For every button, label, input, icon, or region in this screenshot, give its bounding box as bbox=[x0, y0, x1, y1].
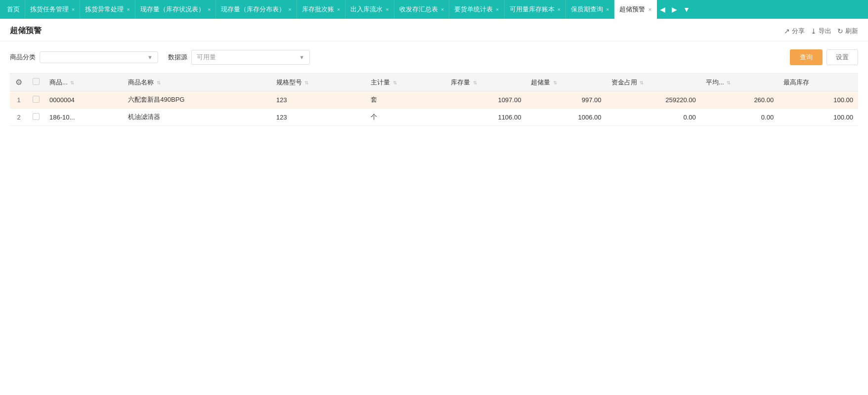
category-label: 商品分类 bbox=[10, 53, 36, 62]
datasource-value: 可用量 bbox=[197, 53, 216, 62]
category-filter-group: 商品分类 ▼ bbox=[10, 51, 158, 63]
row-1-index: 1 bbox=[10, 91, 28, 109]
row-2-product-name: 机油滤清器 bbox=[123, 109, 271, 126]
col-header-capital: 资金占用 ⇅ bbox=[607, 74, 701, 91]
page-title: 超储预警 bbox=[10, 26, 42, 36]
nav-close-task-mgmt[interactable]: × bbox=[72, 6, 75, 12]
nav-item-task-mgmt[interactable]: 拣货任务管理 × bbox=[25, 0, 80, 19]
nav-item-expiry[interactable]: 保质期查询 × bbox=[566, 0, 614, 19]
filter-right-buttons: 查询 设置 bbox=[790, 49, 858, 65]
col-header-overstock: 超储量 ⇅ bbox=[526, 74, 606, 91]
export-icon: ⤓ bbox=[811, 27, 817, 35]
col-label-avg: 平均... bbox=[706, 79, 724, 86]
col-label-max-inventory: 最高库存 bbox=[783, 79, 809, 86]
nav-close-inventory-dist[interactable]: × bbox=[288, 6, 291, 12]
nav-close-receive-send[interactable]: × bbox=[441, 6, 444, 12]
row-1-capital: 259220.00 bbox=[607, 91, 701, 109]
nav-item-order-stats[interactable]: 要货单统计表 × bbox=[449, 0, 504, 19]
col-header-product-name: 商品名称 ⇅ bbox=[123, 74, 271, 91]
nav-more-btn[interactable]: ▼ bbox=[681, 0, 693, 19]
sort-icon-product-code[interactable]: ⇅ bbox=[70, 80, 74, 85]
datasource-arrow-icon: ▼ bbox=[299, 54, 304, 60]
row-1-spec: 123 bbox=[271, 91, 366, 109]
col-header-max-inventory: 最高库存 bbox=[779, 74, 858, 91]
refresh-button[interactable]: ↻ 刷新 bbox=[837, 27, 858, 36]
sort-icon-capital[interactable]: ⇅ bbox=[640, 80, 644, 85]
row-1-checkbox-cell bbox=[28, 91, 44, 109]
main-content: 超储预警 ↗ 分享 ⤓ 导出 ↻ 刷新 商品分类 ▼ 数据源 bbox=[0, 19, 868, 395]
nav-item-inventory-dist[interactable]: 现存量（库存分布表） × bbox=[216, 0, 297, 19]
datasource-label: 数据源 bbox=[168, 53, 187, 62]
datasource-select[interactable]: 可用量 ▼ bbox=[191, 50, 310, 65]
top-nav: 首页 拣货任务管理 × 拣货异常处理 × 现存量（库存状况表） × 现存量（库存… bbox=[0, 0, 868, 19]
nav-close-inventory-batch[interactable]: × bbox=[337, 6, 340, 12]
sort-icon-overstock[interactable]: ⇅ bbox=[553, 80, 557, 85]
nav-close-inout-flow[interactable]: × bbox=[386, 6, 389, 12]
settings-button[interactable]: 设置 bbox=[826, 49, 858, 65]
nav-label-abnormal: 拣货异常处理 bbox=[85, 5, 124, 14]
row-2-product-code: 186-10... bbox=[44, 109, 123, 126]
nav-item-overstock[interactable]: 超储预警 × bbox=[614, 0, 656, 19]
nav-item-home[interactable]: 首页 bbox=[2, 0, 25, 19]
share-label: 分享 bbox=[792, 27, 805, 36]
share-icon: ↗ bbox=[784, 27, 790, 35]
nav-label-inventory-batch: 库存批次账 bbox=[302, 5, 334, 14]
row-1-checkbox[interactable] bbox=[33, 96, 40, 103]
nav-label-task-mgmt: 拣货任务管理 bbox=[30, 5, 69, 14]
export-button[interactable]: ⤓ 导出 bbox=[811, 27, 831, 36]
overstock-table: ⚙ 商品... ⇅ 商品名称 ⇅ 规格型号 ⇅ bbox=[10, 73, 858, 126]
nav-close-abnormal[interactable]: × bbox=[127, 6, 130, 12]
category-select[interactable]: ▼ bbox=[40, 51, 158, 63]
nav-close-order-stats[interactable]: × bbox=[496, 6, 499, 12]
row-2-spec: 123 bbox=[271, 109, 366, 126]
col-label-overstock: 超储量 bbox=[531, 79, 550, 86]
nav-next-btn[interactable]: ▶ bbox=[669, 0, 681, 19]
query-button[interactable]: 查询 bbox=[790, 49, 823, 65]
select-all-checkbox[interactable] bbox=[33, 78, 40, 85]
nav-item-inventory-status[interactable]: 现存量（库存状况表） × bbox=[135, 0, 216, 19]
nav-label-inventory-dist: 现存量（库存分布表） bbox=[221, 5, 285, 14]
datasource-filter-group: 数据源 可用量 ▼ bbox=[168, 50, 310, 65]
nav-close-available-inv[interactable]: × bbox=[558, 6, 561, 12]
col-header-inventory: 库存量 ⇅ bbox=[446, 74, 526, 91]
row-1-product-code: 0000004 bbox=[44, 91, 123, 109]
table-header-row: ⚙ 商品... ⇅ 商品名称 ⇅ 规格型号 ⇅ bbox=[10, 74, 858, 91]
sort-icon-inventory[interactable]: ⇅ bbox=[473, 80, 477, 85]
col-label-capital: 资金占用 bbox=[611, 79, 637, 86]
row-2-unit: 个 bbox=[366, 109, 446, 126]
row-1-overstock: 997.00 bbox=[526, 91, 606, 109]
row-1-avg: 260.00 bbox=[701, 91, 779, 109]
sort-icon-unit[interactable]: ⇅ bbox=[393, 80, 397, 85]
nav-label-inout-flow: 出入库流水 bbox=[350, 5, 383, 14]
nav-item-abnormal[interactable]: 拣货异常处理 × bbox=[80, 0, 135, 19]
nav-close-overstock[interactable]: × bbox=[648, 6, 651, 12]
nav-item-receive-send[interactable]: 收发存汇总表 × bbox=[394, 0, 449, 19]
column-settings-icon[interactable]: ⚙ bbox=[15, 78, 22, 86]
row-1-inventory: 1097.00 bbox=[446, 91, 526, 109]
row-2-max-inventory: 100.00 bbox=[779, 109, 858, 126]
nav-close-expiry[interactable]: × bbox=[606, 6, 609, 12]
nav-prev-btn[interactable]: ◀ bbox=[657, 0, 669, 19]
refresh-label: 刷新 bbox=[845, 27, 858, 36]
nav-label-overstock: 超储预警 bbox=[619, 5, 645, 14]
nav-item-inout-flow[interactable]: 出入库流水 × bbox=[346, 0, 394, 19]
sort-icon-spec[interactable]: ⇅ bbox=[304, 80, 308, 85]
nav-item-available-inv[interactable]: 可用量库存账本 × bbox=[505, 0, 566, 19]
header-actions: ↗ 分享 ⤓ 导出 ↻ 刷新 bbox=[784, 27, 858, 36]
sort-icon-avg[interactable]: ⇅ bbox=[727, 80, 731, 85]
row-2-index: 2 bbox=[10, 109, 28, 126]
nav-item-inventory-batch[interactable]: 库存批次账 × bbox=[297, 0, 346, 19]
nav-label-inventory-status: 现存量（库存状况表） bbox=[140, 5, 205, 14]
refresh-icon: ↻ bbox=[837, 27, 843, 35]
nav-item-home-label: 首页 bbox=[7, 5, 20, 14]
sort-icon-product-name[interactable]: ⇅ bbox=[157, 80, 161, 85]
col-label-product-code: 商品... bbox=[49, 79, 68, 86]
col-label-spec: 规格型号 bbox=[276, 79, 302, 86]
nav-label-receive-send: 收发存汇总表 bbox=[399, 5, 438, 14]
nav-close-inventory-status[interactable]: × bbox=[208, 6, 211, 12]
page-header: 超储预警 ↗ 分享 ⤓ 导出 ↻ 刷新 bbox=[0, 19, 868, 41]
table-row: 2 186-10... 机油滤清器 123 个 1106.00 1006.00 … bbox=[10, 109, 858, 126]
col-header-product-code: 商品... ⇅ bbox=[44, 74, 123, 91]
row-2-checkbox[interactable] bbox=[33, 113, 40, 120]
share-button[interactable]: ↗ 分享 bbox=[784, 27, 805, 36]
